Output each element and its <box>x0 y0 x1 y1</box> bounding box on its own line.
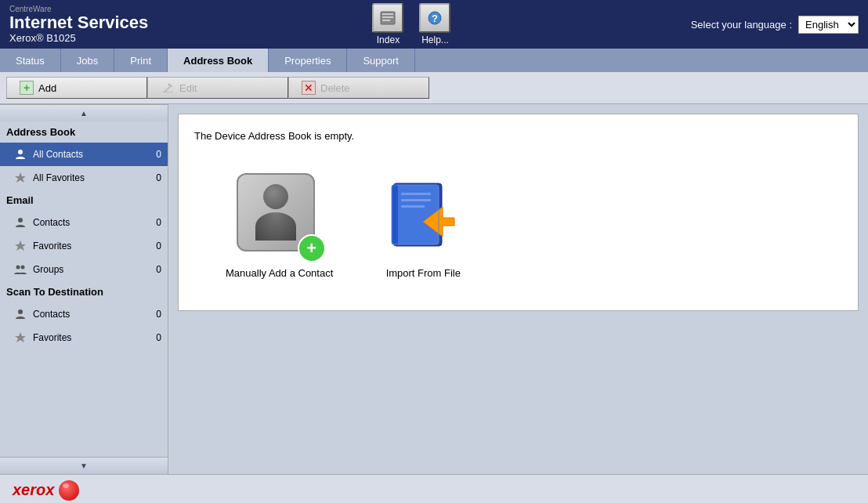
person-icon <box>13 147 28 162</box>
svg-text:?: ? <box>432 13 438 24</box>
address-book-section-header: Address Book <box>0 121 168 143</box>
tab-support[interactable]: Support <box>347 49 415 72</box>
header: CentreWare Internet Services Xerox® B102… <box>0 0 868 49</box>
sidebar-item-scan-contacts[interactable]: Contacts 0 <box>0 302 168 326</box>
svg-marker-16 <box>15 332 26 342</box>
email-contacts-label: Contacts <box>33 217 156 228</box>
logo-sub: Xerox® B1025 <box>9 32 148 44</box>
help-label: Help... <box>421 34 449 45</box>
import-icon <box>380 173 466 259</box>
help-nav-item[interactable]: ? Help... <box>419 3 450 45</box>
action-icons: + Manually Add a Contact <box>194 157 842 295</box>
delete-icon: ✕ <box>302 81 316 95</box>
sidebar-item-email-favorites[interactable]: Favorites 0 <box>0 234 168 258</box>
tabs-bar: Status Jobs Print Address Book Propertie… <box>0 49 868 72</box>
svg-point-14 <box>21 266 25 270</box>
svg-point-9 <box>18 150 23 154</box>
toolbar: + Add Edit ✕ Delete <box>0 72 868 104</box>
scan-favorites-label: Favorites <box>33 332 156 343</box>
delete-label: Delete <box>320 82 350 94</box>
help-icon: ? <box>419 3 450 33</box>
all-contacts-label: All Contacts <box>33 149 156 160</box>
email-groups-label: Groups <box>33 264 156 275</box>
groups-icon <box>13 262 28 277</box>
svg-marker-7 <box>168 83 172 88</box>
empty-message: The Device Address Book is empty. <box>194 130 842 142</box>
person-body <box>255 212 296 241</box>
tab-jobs[interactable]: Jobs <box>61 49 114 72</box>
xerox-logo: xerox <box>13 480 79 501</box>
sidebar-item-all-favorites[interactable]: All Favorites 0 <box>0 166 168 190</box>
edit-button[interactable]: Edit <box>147 77 288 99</box>
svg-rect-8 <box>162 92 173 92</box>
email-favorites-icon <box>13 238 28 254</box>
scroll-down-button[interactable]: ▼ <box>0 457 168 474</box>
svg-marker-12 <box>15 241 26 251</box>
svg-rect-1 <box>382 13 393 15</box>
tab-print[interactable]: Print <box>114 49 168 72</box>
edit-icon <box>161 81 175 95</box>
sidebar-scroll: Address Book All Contacts 0 <box>0 121 168 457</box>
svg-rect-22 <box>401 205 425 208</box>
sidebar-item-email-groups[interactable]: Groups 0 <box>0 258 168 281</box>
scan-contacts-count: 0 <box>156 309 161 320</box>
email-groups-count: 0 <box>156 264 161 275</box>
add-contact-icon: + <box>237 173 323 259</box>
index-nav-item[interactable]: Index <box>372 3 403 45</box>
email-contacts-count: 0 <box>156 217 161 228</box>
svg-rect-19 <box>392 185 398 244</box>
email-section-header: Email <box>0 190 168 211</box>
scan-contacts-label: Contacts <box>33 309 156 320</box>
svg-rect-21 <box>401 199 431 201</box>
xerox-ball-icon <box>59 480 79 501</box>
email-favorites-label: Favorites <box>33 241 156 252</box>
scroll-up-button[interactable]: ▲ <box>0 104 168 121</box>
add-label: Add <box>38 82 56 94</box>
import-from-file-label: Import From File <box>386 267 461 279</box>
sidebar-item-scan-favorites[interactable]: Favorites 0 <box>0 326 168 349</box>
scan-contacts-icon <box>13 306 28 322</box>
email-favorites-count: 0 <box>156 241 161 252</box>
language-select[interactable]: English French German Spanish <box>798 16 859 34</box>
tab-address-book[interactable]: Address Book <box>168 49 269 72</box>
logo-main: Internet Services <box>9 13 148 32</box>
scan-favorites-icon <box>13 330 28 346</box>
all-favorites-count: 0 <box>156 172 161 183</box>
svg-rect-2 <box>382 16 393 18</box>
svg-marker-10 <box>15 172 26 183</box>
svg-rect-20 <box>401 193 431 195</box>
index-label: Index <box>377 34 400 45</box>
language-area: Select your language : English French Ge… <box>691 16 859 34</box>
edit-label: Edit <box>179 82 197 94</box>
language-label: Select your language : <box>691 19 792 31</box>
manually-add-action[interactable]: + Manually Add a Contact <box>226 173 333 279</box>
person-head <box>263 184 288 209</box>
xerox-text: xerox <box>13 481 54 499</box>
tab-status[interactable]: Status <box>0 49 61 72</box>
person-figure <box>255 184 296 241</box>
plus-badge: + <box>298 234 326 262</box>
email-contacts-icon <box>13 215 28 230</box>
manually-add-label: Manually Add a Contact <box>226 267 333 279</box>
svg-point-15 <box>18 309 23 314</box>
svg-point-11 <box>18 218 23 223</box>
svg-point-13 <box>16 266 20 270</box>
import-from-file-action[interactable]: Import From File <box>380 173 466 279</box>
tab-properties[interactable]: Properties <box>269 49 347 72</box>
svg-rect-3 <box>382 20 390 21</box>
index-icon <box>372 3 403 33</box>
add-button[interactable]: + Add <box>6 77 147 99</box>
scan-favorites-count: 0 <box>156 332 161 343</box>
sidebar-item-all-contacts[interactable]: All Contacts 0 <box>0 143 168 166</box>
all-favorites-label: All Favorites <box>33 172 156 183</box>
sidebar-item-email-contacts[interactable]: Contacts 0 <box>0 211 168 234</box>
all-contacts-count: 0 <box>156 149 161 160</box>
main-content: ▲ Address Book All Contacts 0 <box>0 104 868 474</box>
add-icon: + <box>20 81 34 95</box>
delete-button[interactable]: ✕ Delete <box>288 77 429 99</box>
content-area: The Device Address Book is empty. + Manu <box>168 104 868 474</box>
scan-section-header: Scan To Destination <box>0 281 168 302</box>
star-icon <box>13 170 28 186</box>
footer: xerox <box>0 474 868 503</box>
logo-area: CentreWare Internet Services Xerox® B102… <box>9 5 148 44</box>
